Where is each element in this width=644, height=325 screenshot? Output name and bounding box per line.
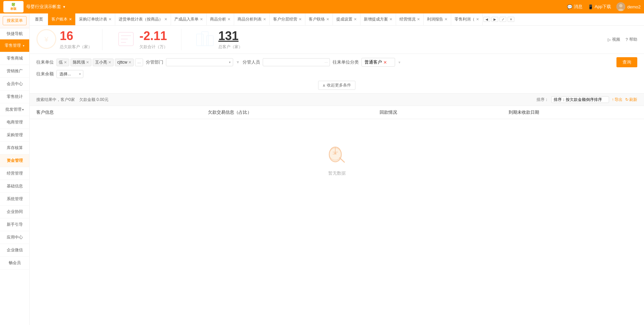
- tab-close-profit-report[interactable]: ✕: [444, 17, 447, 22]
- sidebar-item-system[interactable]: 系统管理: [0, 193, 29, 206]
- sidebar-item-operations[interactable]: 经营管理: [0, 167, 29, 180]
- sidebar-item-vip-member[interactable]: 畅会员: [0, 257, 29, 269]
- sidebar-item-retail-manage[interactable]: 零售管理 ▾: [0, 39, 29, 52]
- tab-close-customer-contact[interactable]: ✕: [326, 17, 329, 22]
- stats-bar: ¥ 16 总欠款客户（家）: [30, 26, 644, 54]
- user-menu[interactable]: demo2: [616, 2, 641, 11]
- refresh-icon: ↻: [625, 97, 629, 102]
- sidebar-item-ecommerce[interactable]: 电商管理: [0, 116, 29, 129]
- collapse-up-icon: ∧: [323, 83, 326, 88]
- tab-close-product-inbound[interactable]: ✕: [200, 17, 203, 22]
- unit-class-filter-wrap[interactable]: 普通客户 ✕: [361, 58, 395, 67]
- filter-more-tags-btn[interactable]: ...: [135, 59, 143, 66]
- chevron-icon: ▾: [23, 44, 25, 47]
- stat-label-amount: 欠款合计（万）: [139, 44, 168, 50]
- dept-filter-label: 分管部门: [146, 59, 163, 65]
- message-btn[interactable]: 💬 消息: [567, 4, 583, 10]
- person-more-btn[interactable]: ···: [325, 60, 328, 65]
- tag-close-wang[interactable]: ✕: [108, 60, 111, 65]
- help-btn[interactable]: ? 帮助: [626, 37, 637, 42]
- tab-next-btn[interactable]: ▶: [491, 17, 498, 22]
- person-filter-input[interactable]: [263, 58, 330, 66]
- sort-wrap[interactable]: 排序：按欠款金额倒序排序: [551, 96, 609, 103]
- sort-select[interactable]: 排序：按欠款金额倒序排序: [551, 96, 609, 103]
- sidebar-item-finance[interactable]: 资金管理: [0, 154, 29, 167]
- selector-wrap[interactable]: 母婴行业演示帐套 ▼: [26, 4, 66, 10]
- tab-purchase-order-stats[interactable]: 采购订单统计表 ✕: [76, 13, 115, 26]
- filter-bar: 往来单位 伍 ✕ 陈民强 ✕ 王小亮 ✕: [30, 54, 644, 94]
- tab-close-inbound[interactable]: ✕: [164, 17, 167, 22]
- tab-prompt-settings[interactable]: 提成设置 ✕: [333, 13, 360, 26]
- sidebar-item-enterprise-wechat[interactable]: 企业微信: [0, 244, 29, 257]
- stat-icon-total: [195, 29, 215, 50]
- refresh-btn[interactable]: ↻ 刷新: [625, 97, 637, 103]
- tab-close-purchase-order[interactable]: ✕: [109, 17, 112, 22]
- sidebar-item-app-center[interactable]: 应用中心: [0, 231, 29, 244]
- video-btn[interactable]: ▷ 视频: [608, 37, 620, 42]
- dept-filter-wrap[interactable]: [166, 58, 233, 66]
- query-btn[interactable]: 查询: [616, 57, 637, 67]
- tab-close-product-analysis[interactable]: ✕: [227, 17, 230, 22]
- sidebar-item-member-center[interactable]: 会员中心: [0, 78, 29, 91]
- sidebar-item-inventory[interactable]: 库存核算: [0, 142, 29, 154]
- tag-close-cjttcw[interactable]: ✕: [128, 60, 131, 65]
- person-filter-label: 分管人员: [243, 59, 260, 65]
- tab-product-inbound[interactable]: 产成品入库单 ✕: [171, 13, 207, 26]
- stat-label-total: 总客户（家）: [218, 44, 243, 50]
- sidebar-item-basic-info[interactable]: 基础信息: [0, 180, 29, 193]
- sidebar-item-retail-mall[interactable]: 零售商城: [0, 52, 29, 65]
- unit-class-tag-close[interactable]: ✕: [383, 60, 387, 65]
- tab-profit-report[interactable]: 利润报告 ✕: [424, 13, 451, 26]
- search-menu-btn[interactable]: 搜索菜单: [3, 16, 27, 25]
- table-header-customer: 客户信息: [36, 109, 208, 115]
- tab-close-all-btn[interactable]: ✕: [508, 17, 514, 22]
- stat-value-customers: 16: [60, 29, 92, 43]
- tab-customer-contact[interactable]: 客户联络 ✕: [305, 13, 333, 26]
- tag-close-wu[interactable]: ✕: [64, 60, 67, 65]
- sidebar-item-marketing[interactable]: 营销推广: [0, 65, 29, 78]
- tab-fullscreen-btn[interactable]: ⤢: [500, 17, 506, 22]
- app-download-btn[interactable]: 📱 App下载: [588, 4, 611, 10]
- quick-nav-btn[interactable]: 快捷导航: [0, 28, 29, 39]
- dept-filter-input[interactable]: [166, 58, 233, 66]
- filter-tag-cjttcw[interactable]: cjttcw ✕: [115, 59, 134, 66]
- tab-close-new-prompt-plan[interactable]: ✕: [389, 17, 392, 22]
- filter-tag-wang[interactable]: 王小亮 ✕: [93, 59, 114, 66]
- tag-close-chen[interactable]: ✕: [86, 60, 89, 65]
- tab-close-retail-profit[interactable]: ✕: [476, 17, 479, 22]
- tab-close-customer-segment[interactable]: ✕: [299, 17, 302, 22]
- svg-point-1: [619, 4, 622, 7]
- table-header-repayment: 回款情况: [380, 109, 508, 115]
- sidebar-item-enterprise-coop[interactable]: 企业协同: [0, 206, 29, 218]
- filter-tag-wu[interactable]: 伍 ✕: [56, 59, 69, 66]
- balance-filter-select[interactable]: 选择...: [56, 70, 83, 78]
- tab-new-prompt-plan[interactable]: 新增提成方案 ✕: [360, 13, 396, 26]
- balance-filter-label: 往来余额: [36, 71, 54, 77]
- tab-customer-segment[interactable]: 客户分层经营 ✕: [270, 13, 305, 26]
- stat-value-amount: -2.11: [139, 29, 168, 43]
- tab-close-product-analysis-list[interactable]: ✕: [263, 17, 266, 22]
- export-btn[interactable]: ↑ 导出: [612, 97, 622, 103]
- tab-accounts-receivable[interactable]: 客户账本 ✕: [48, 13, 76, 26]
- table-header: 客户信息 欠款交易信息（占比） 回款情况 到期未收款日期: [30, 106, 644, 119]
- filter-tag-chen[interactable]: 陈民强 ✕: [71, 59, 91, 66]
- sidebar-item-wholesale-manage[interactable]: 批发管理 ▾: [0, 103, 29, 116]
- tab-nav-controls: ◀ ▶ ⤢ ✕: [483, 17, 514, 22]
- tab-operations-status[interactable]: 经营情况 ✕: [396, 13, 424, 26]
- tab-product-analysis-list[interactable]: 商品分析列表 ✕: [234, 13, 270, 26]
- tab-home[interactable]: 首页: [30, 13, 48, 26]
- tab-bar: 首页 客户账本 ✕ 采购订单统计表 ✕ 进货单统计表（按商品） ✕ 产成品入库单…: [30, 13, 644, 26]
- sidebar-item-purchase[interactable]: 采购管理: [0, 129, 29, 142]
- sidebar-item-retail-stats[interactable]: 零售统计: [0, 91, 29, 103]
- tab-prev-btn[interactable]: ◀: [483, 17, 490, 22]
- balance-filter-wrap[interactable]: 选择...: [56, 70, 83, 78]
- tab-inbound-stats[interactable]: 进货单统计表（按商品） ✕: [115, 13, 171, 26]
- tab-close-prompt-settings[interactable]: ✕: [354, 17, 357, 22]
- user-name: demo2: [627, 4, 641, 9]
- sidebar-item-new-guide[interactable]: 新手引导: [0, 218, 29, 231]
- tab-product-analysis[interactable]: 商品分析 ✕: [207, 13, 234, 26]
- tab-close-operations-status[interactable]: ✕: [417, 17, 420, 22]
- tab-close-accounts-receivable[interactable]: ✕: [69, 17, 72, 22]
- tab-retail-profit[interactable]: 零售利润（ ✕: [451, 13, 483, 26]
- collapse-btn[interactable]: ∧ 收起更多条件: [318, 81, 355, 90]
